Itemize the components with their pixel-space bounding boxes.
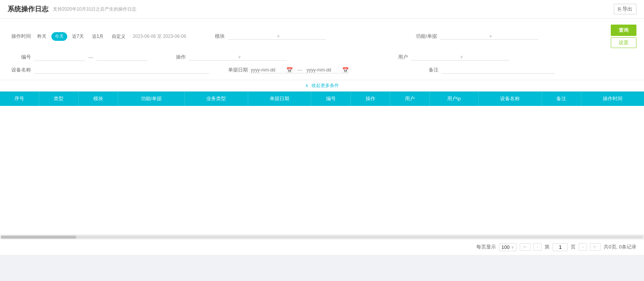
time-range-text: 2023-06-06 至 2023-06-06 xyxy=(133,33,186,40)
export-label: 导出 xyxy=(622,6,632,12)
user-label: 用户 xyxy=(381,54,411,61)
user-select[interactable]: ∨ xyxy=(411,54,509,61)
calendar-icon-from[interactable]: 📅 xyxy=(286,67,293,73)
device-label: 设备名称 xyxy=(8,67,34,73)
page-unit: 页 xyxy=(571,244,576,250)
empty-cell xyxy=(0,106,644,234)
col-voucher-date: 单据日期 xyxy=(248,92,311,106)
collapse-bar[interactable]: ∧ 收起更多条件 xyxy=(0,80,644,92)
calendar-icon-to[interactable]: 📅 xyxy=(342,67,349,73)
total-info: 共0页, 0条记录 xyxy=(604,244,636,250)
prev-page-button[interactable]: ‹ xyxy=(533,243,542,251)
module-chevron-icon: ∨ xyxy=(277,34,324,39)
time-btn-yesterday[interactable]: 昨天 xyxy=(34,32,50,41)
code-input-to[interactable] xyxy=(96,53,148,61)
filter-row-1: 操作时间 昨天 今天 近7天 近1月 自定义 2023-06-06 至 2023… xyxy=(8,25,636,48)
code-dash: — xyxy=(88,54,93,60)
code-input-from[interactable] xyxy=(34,53,85,61)
operation-select[interactable]: ∨ xyxy=(189,54,287,61)
col-code: 编号 xyxy=(311,92,351,106)
collapse-label: 收起更多条件 xyxy=(312,83,339,88)
col-function: 功能/单据 xyxy=(118,92,184,106)
code-label: 编号 xyxy=(8,54,34,61)
page-number-input[interactable] xyxy=(553,243,568,251)
page-size-select[interactable]: 100 ∨ xyxy=(499,243,517,251)
col-op-time: 操作时间 xyxy=(581,92,644,106)
first-page-button[interactable]: ⊨ xyxy=(520,243,530,251)
col-seq: 序号 xyxy=(0,92,39,106)
data-table: 序号 类型 模块 功能/单据 业务类型 单据日期 编号 操作 用户 用户ip 设… xyxy=(0,92,644,235)
time-btn-1month[interactable]: 近1月 xyxy=(89,32,107,41)
function-chevron-icon: ∨ xyxy=(489,34,537,39)
page-size-chevron: ∨ xyxy=(511,245,514,250)
operation-label: 操作 xyxy=(162,54,189,61)
col-user-ip: 用户ip xyxy=(429,92,478,106)
module-select[interactable]: ∨ xyxy=(228,33,326,40)
filter-row-2: 编号 — 操作 ∨ 用户 ∨ xyxy=(8,53,636,61)
remark-label: 备注 xyxy=(411,67,442,73)
col-operation: 操作 xyxy=(351,92,390,106)
time-btn-custom[interactable]: 自定义 xyxy=(108,32,129,41)
table-header-row: 序号 类型 模块 功能/单据 业务类型 单据日期 编号 操作 用户 用户ip 设… xyxy=(0,92,644,106)
export-button[interactable]: ⎘ 导出 xyxy=(614,4,636,14)
user-chevron-icon: ∨ xyxy=(460,54,508,59)
col-type: 类型 xyxy=(39,92,78,106)
action-buttons: 查询 设置 xyxy=(611,25,636,48)
page-title: 系统操作日志 xyxy=(8,5,48,14)
module-label: 模块 xyxy=(201,33,228,40)
date-input-from[interactable] xyxy=(251,67,285,73)
per-page-label: 每页显示 xyxy=(476,244,496,250)
query-button[interactable]: 查询 xyxy=(611,25,636,36)
function-select[interactable]: ∨ xyxy=(440,33,538,40)
time-btn-today[interactable]: 今天 xyxy=(51,32,67,41)
scrollbar-thumb[interactable] xyxy=(1,236,76,239)
operation-chevron-icon: ∨ xyxy=(238,54,286,59)
next-page-button[interactable]: › xyxy=(579,243,587,251)
function-label: 功能/单据 xyxy=(410,33,440,40)
last-page-button[interactable]: ⊩ xyxy=(590,243,601,251)
filter-row-3: 设备名称 单据日期 📅 — 📅 备注 xyxy=(8,66,636,74)
date-input-to[interactable] xyxy=(307,67,341,73)
time-selector: 昨天 今天 近7天 近1月 自定义 2023-06-06 至 2023-06-0… xyxy=(34,32,186,41)
device-input[interactable] xyxy=(34,66,209,74)
export-icon: ⎘ xyxy=(618,6,621,12)
scrollbar-area[interactable] xyxy=(0,235,644,239)
scrollbar-track xyxy=(1,236,643,239)
settings-button[interactable]: 设置 xyxy=(611,37,636,48)
collapse-icon: ∧ xyxy=(305,83,309,88)
page-header: 系统操作日志 支持2020年10月31日之后产生的操作日志 ⎘ 导出 xyxy=(0,0,644,19)
col-module: 模块 xyxy=(79,92,118,106)
table-body xyxy=(0,106,644,234)
col-biz-type: 业务类型 xyxy=(185,92,248,106)
col-user: 用户 xyxy=(390,92,429,106)
filter-area: 操作时间 昨天 今天 近7天 近1月 自定义 2023-06-06 至 2023… xyxy=(0,19,644,80)
empty-row xyxy=(0,106,644,234)
page-subtitle: 支持2020年10月31日之后产生的操作日志 xyxy=(53,6,136,12)
voucher-date-label: 单据日期 xyxy=(224,67,251,73)
remark-input[interactable] xyxy=(442,66,555,74)
page-size-value: 100 xyxy=(502,244,510,250)
page-label: 第 xyxy=(545,244,550,250)
col-remark: 备注 xyxy=(542,92,581,106)
table-container: 序号 类型 模块 功能/单据 业务类型 单据日期 编号 操作 用户 用户ip 设… xyxy=(0,92,644,235)
time-btn-7days[interactable]: 近7天 xyxy=(69,32,87,41)
pagination-bar: 每页显示 100 ∨ ⊨ ‹ 第 页 › ⊩ 共0页, 0条记录 xyxy=(0,239,644,255)
time-label: 操作时间 xyxy=(8,33,34,40)
col-device: 设备名称 xyxy=(478,92,542,106)
